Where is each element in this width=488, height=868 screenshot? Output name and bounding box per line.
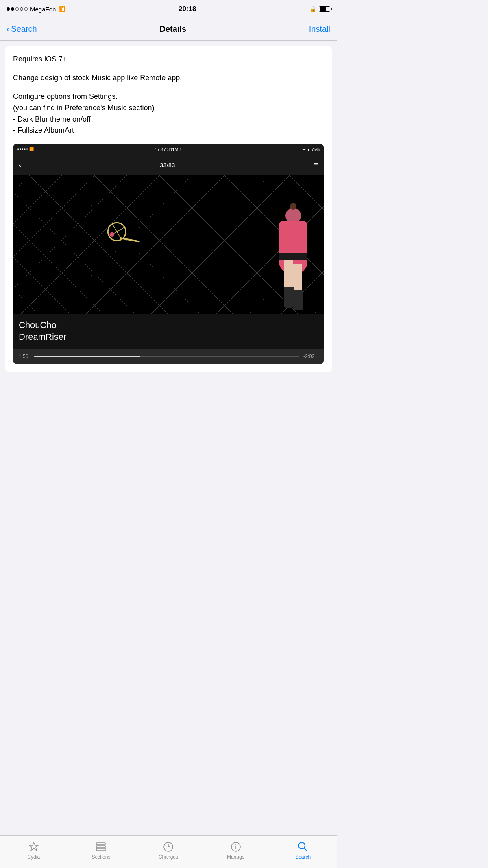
album-art-area [13,175,324,314]
content-area: Requires iOS 7+ Change design of stock M… [0,41,337,835]
signal-dot-2 [11,7,14,11]
body-text-1: Change design of stock Music app like Re… [13,72,324,84]
tab-cydia[interactable]: Cydia [0,841,68,860]
navigation-bar: ‹ Search Details Install [0,18,337,41]
progress-fill [34,356,140,357]
status-bar: MegaFon 📶 20:18 🔒 [0,0,337,18]
signal-dot-4 [20,7,23,11]
signal-dot-3 [15,7,19,11]
progress-track [34,356,299,357]
search-icon [297,841,309,853]
screenshot-status-bar: ●●●●○ 📶 17:47 341MB ☀ ● 75% [13,144,324,155]
status-left: MegaFon 📶 [7,6,65,13]
battery-fill [320,7,326,11]
svg-rect-15 [96,848,105,851]
time-remaining: -2:02 [303,353,318,361]
lock-icon: 🔒 [309,6,316,12]
screenshot-status-text: 17:47 341MB [155,146,181,153]
status-time: 20:18 [179,5,196,13]
tab-manage-label: Manage [227,854,244,860]
tab-manage[interactable]: Manage [202,841,270,860]
time-elapsed: 1:56 [19,353,30,361]
album-title: ChouCho DreamRiser [19,319,318,343]
playback-bar: 1:56 -2:02 [13,349,324,365]
screenshot-battery-area: ☀ ● 75% [302,146,320,153]
clock-icon [163,841,174,853]
screenshot-signal: ●●●●○ 📶 [17,146,34,152]
battery-indicator [319,6,330,12]
signal-strength [7,7,28,11]
install-button[interactable]: Install [309,24,330,34]
back-button[interactable]: ‹ Search [7,24,37,35]
sections-icon [95,841,107,853]
tab-cydia-label: Cydia [27,854,40,860]
tab-search[interactable]: Search [269,841,337,860]
back-label: Search [11,24,37,34]
info-icon [230,841,242,853]
page-title: Details [159,24,186,34]
requires-text: Requires iOS 7+ [13,54,324,65]
tab-sections[interactable]: Sections [68,841,135,860]
tab-search-label: Search [295,854,311,860]
svg-point-20 [298,842,305,849]
tab-sections-label: Sections [92,854,110,860]
description-card: Requires iOS 7+ Change design of stock M… [5,46,332,372]
carrier-name: MegaFon [30,6,56,13]
star-icon [28,841,39,853]
svg-rect-14 [96,846,105,848]
svg-point-19 [235,844,236,845]
screenshot-track-info: 33/83 [160,160,175,170]
wifi-icon: 📶 [58,6,65,12]
tab-changes-label: Changes [159,854,178,860]
screenshot-mockup: ●●●●○ 📶 17:47 341MB ☀ ● 75% ‹ 33/83 ≡ [13,144,324,364]
screenshot-back-icon: ‹ [19,160,21,171]
screenshot-nav: ‹ 33/83 ≡ [13,155,324,175]
tab-bar: Cydia Sections Changes [0,835,337,868]
status-right: 🔒 [309,6,330,12]
svg-line-21 [304,848,307,851]
signal-dot-5 [24,7,28,11]
body-text-2: Configure options from Settings. (you ca… [13,91,324,137]
tab-changes[interactable]: Changes [135,841,202,860]
chevron-left-icon: ‹ [7,24,9,35]
screenshot-battery-text: 75% [312,146,320,153]
screenshot-menu-icon: ≡ [314,160,318,171]
artist-figure [271,200,316,314]
album-title-area: ChouCho DreamRiser [13,314,324,348]
svg-marker-12 [29,842,38,851]
svg-rect-13 [96,843,105,845]
signal-dot-1 [7,7,10,11]
